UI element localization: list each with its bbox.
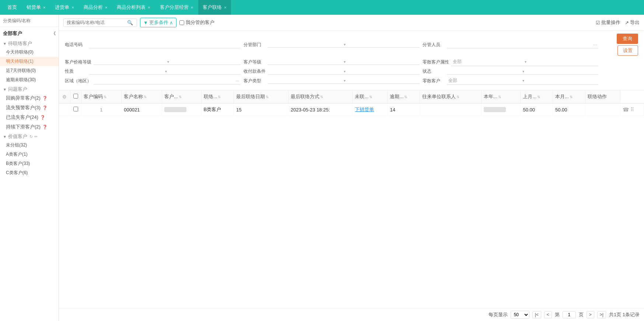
- row-select-checkbox[interactable]: [73, 107, 78, 111]
- query-button[interactable]: 查询: [617, 34, 638, 44]
- sort-icon[interactable]: ⇅: [320, 95, 323, 99]
- row-last-contact-method[interactable]: 下销货单: [353, 103, 388, 116]
- search-input-wrap[interactable]: 🔍: [63, 18, 137, 27]
- search-input[interactable]: [67, 20, 126, 25]
- sort-icon[interactable]: ⇅: [266, 95, 269, 99]
- sort-icon[interactable]: ⇅: [218, 95, 221, 99]
- batch-operation-btn[interactable]: ☑ 批量操作: [596, 19, 620, 26]
- sidebar-item-7days-pending[interactable]: 近7天待联络(0): [0, 66, 59, 75]
- sort-icon[interactable]: ⇅: [498, 95, 501, 99]
- sidebar-item-declining[interactable]: 持续下滑客户(2) ❓: [0, 122, 59, 132]
- customer-level-label: 客户等级: [244, 59, 266, 65]
- page-input[interactable]: [563, 311, 576, 318]
- price-level-select[interactable]: ▾: [94, 59, 241, 65]
- col-this-year: 本年...⇅: [481, 90, 521, 103]
- row-this-month: [585, 103, 620, 116]
- contact-action-icon[interactable]: ☎: [623, 107, 629, 113]
- sort-icon[interactable]: ⇅: [144, 95, 147, 99]
- nature-select[interactable]: ▾: [89, 69, 241, 75]
- type-label: 客户类型: [244, 78, 266, 84]
- col-gear[interactable]: ⚙: [59, 90, 70, 103]
- chevron-down-icon: ▾: [344, 42, 418, 46]
- checkbox-icon: ☑: [596, 20, 600, 25]
- search-icon[interactable]: 🔍: [127, 20, 133, 25]
- retail-attr-label: 零散客户属性: [423, 59, 449, 65]
- sort-icon[interactable]: ⇅: [456, 95, 459, 99]
- more-action-icon[interactable]: ⠿: [630, 107, 634, 113]
- sidebar-item-a-class[interactable]: A类客户(1): [0, 150, 59, 159]
- sort-icon[interactable]: ⇅: [570, 95, 573, 99]
- close-icon[interactable]: ×: [148, 5, 150, 10]
- sidebar-all-customers[interactable]: 全部客户 《: [0, 28, 59, 39]
- next-page-btn[interactable]: >: [587, 311, 594, 318]
- sort-icon[interactable]: ⇅: [179, 95, 182, 99]
- dept-select[interactable]: ▾: [268, 42, 419, 48]
- sidebar-search-input[interactable]: [3, 18, 58, 23]
- content-area: 🔍 ▼ 更多条件 ∧ 我分管的客户 ☑ 批量操作 ↗ 导出: [59, 15, 644, 321]
- sort-icon[interactable]: ⇅: [369, 95, 372, 99]
- customer-level-select[interactable]: ▾: [268, 59, 419, 65]
- retail-attr-select[interactable]: 全部 ▾: [451, 58, 598, 66]
- last-page-btn[interactable]: >|: [597, 311, 606, 318]
- row-overdue: [420, 103, 482, 116]
- refresh-icon[interactable]: ↻: [29, 134, 33, 139]
- sort-icon[interactable]: ⇅: [104, 95, 106, 99]
- nav-sales-order[interactable]: 销货单 ×: [22, 0, 50, 15]
- row-checkbox[interactable]: [70, 103, 81, 116]
- type-select[interactable]: ▾: [268, 78, 419, 84]
- nav-customer-segmentation[interactable]: 客户分层经营 ×: [155, 0, 197, 15]
- dept-label: 分管部门: [244, 42, 266, 48]
- phone-input[interactable]: [89, 41, 241, 48]
- nav-customer-contact[interactable]: 客户联络 ×: [198, 0, 231, 15]
- sidebar-item-overdue-pending[interactable]: 逾期未联络(30): [0, 75, 59, 84]
- sidebar-item-c-class[interactable]: C类客户(6): [0, 168, 59, 177]
- page-size-select[interactable]: 50 100 200: [511, 311, 529, 319]
- nav-product-analysis-list[interactable]: 商品分析列表 ×: [112, 0, 154, 15]
- sort-icon[interactable]: ⇅: [537, 95, 540, 99]
- settings-button[interactable]: 设置: [617, 45, 638, 56]
- col-last-contact-date: 最后联络日期⇅: [234, 90, 288, 103]
- col-overdue: 逾期...⇅: [388, 90, 420, 103]
- nav-purchase-order[interactable]: 进货单 ×: [50, 0, 78, 15]
- sidebar-item-repurchase-abnormal[interactable]: 回购异常客户(2) ❓: [0, 93, 59, 103]
- chevron-down-icon: ▾: [167, 60, 239, 64]
- sidebar-item-today-pending[interactable]: 今天待联络(0): [0, 48, 59, 57]
- close-icon[interactable]: ×: [191, 5, 193, 10]
- person-label: 分管人员: [423, 42, 445, 48]
- close-icon[interactable]: ×: [43, 5, 45, 10]
- retail-select[interactable]: 全部 ▾: [447, 77, 598, 85]
- more-icon[interactable]: ···: [235, 78, 239, 83]
- nav-product-analysis[interactable]: 商品分析 ×: [79, 0, 112, 15]
- sidebar-item-b-class[interactable]: B类客户(33): [0, 159, 59, 168]
- close-icon[interactable]: ×: [105, 5, 107, 10]
- prev-page-btn[interactable]: <: [544, 311, 552, 318]
- help-icon: ❓: [42, 96, 48, 100]
- region-select[interactable]: ···: [94, 77, 241, 84]
- my-customers-checkbox-label[interactable]: 我分管的客户: [179, 19, 214, 26]
- edit-icon[interactable]: ✏: [34, 134, 38, 139]
- more-icon[interactable]: ···: [593, 42, 597, 47]
- sidebar-item-churned[interactable]: 已流失客户(24) ❓: [0, 113, 59, 122]
- select-all-checkbox[interactable]: [73, 94, 78, 99]
- close-icon[interactable]: ×: [71, 5, 74, 10]
- status-select[interactable]: ▾: [447, 69, 598, 75]
- filter-more-btn[interactable]: ▼ 更多条件 ∧: [140, 18, 176, 27]
- first-page-btn[interactable]: |<: [532, 311, 541, 318]
- sort-icon[interactable]: ⇅: [404, 95, 407, 99]
- col-checkbox[interactable]: [70, 90, 81, 103]
- my-customers-checkbox[interactable]: [179, 20, 184, 25]
- main-layout: 🔍 全部客户 《 ▼ 待联络客户 今天待联络(0) 明天待联络(1) 近7天待联…: [0, 15, 644, 321]
- sidebar-item-churn-warning[interactable]: 流失预警客户(3) ❓: [0, 103, 59, 113]
- contact-method-link[interactable]: 下销货单: [355, 107, 374, 112]
- row-number: 1: [81, 103, 122, 116]
- nav-home[interactable]: 首页: [3, 0, 21, 15]
- payment-select[interactable]: ▾: [268, 69, 419, 75]
- sidebar-item-ungrouped[interactable]: 未分组(32): [0, 141, 59, 150]
- person-select[interactable]: ···: [447, 41, 598, 48]
- close-icon[interactable]: ×: [224, 5, 226, 10]
- collapse-icon: 《: [51, 31, 56, 37]
- col-contact-count: 联络...⇅: [201, 90, 234, 103]
- filter-cell-customer-level: 客户等级 ▾: [244, 59, 419, 65]
- sidebar-item-tomorrow-pending[interactable]: 明天待联络(1): [0, 57, 59, 66]
- export-btn[interactable]: ↗ 导出: [625, 19, 640, 26]
